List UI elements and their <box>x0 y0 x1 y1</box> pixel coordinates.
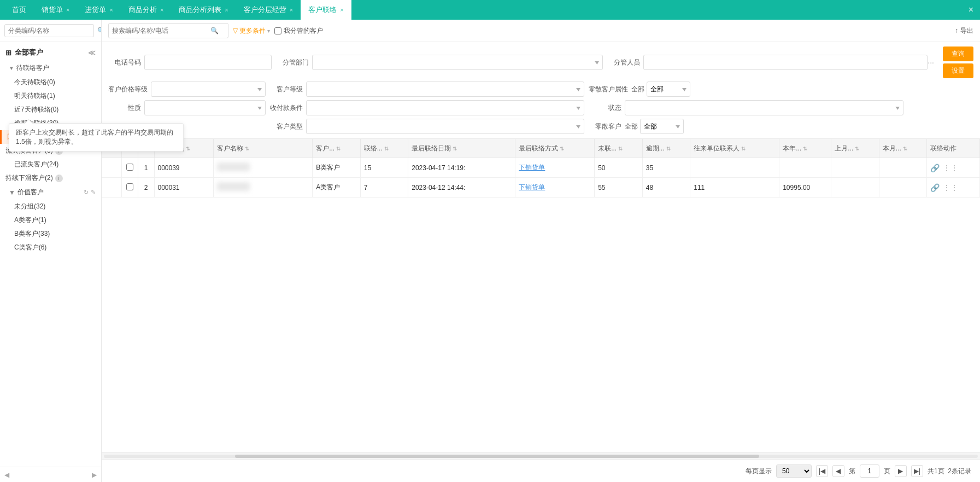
data-table: ⚙ # 客户编码 ⇅ <box>102 139 980 198</box>
content-area: 🔍 ▽ 更多条件 ▾ 我分管的客户 ↑ 导出 电话号码 <box>102 20 980 482</box>
settings-button[interactable]: 设置 <box>943 63 973 78</box>
sidebar-item-b-class[interactable]: B类客户(33) <box>0 227 101 241</box>
row2-way-link[interactable]: 下销货单 <box>519 183 545 191</box>
query-button[interactable]: 查询 <box>943 47 973 61</box>
more-conditions-button[interactable]: ▽ 更多条件 ▾ <box>233 26 270 36</box>
filter-gender-select[interactable] <box>144 100 266 115</box>
my-customer-checkbox[interactable]: 我分管的客户 <box>274 26 323 36</box>
row1-dots-icon[interactable]: ⋮⋮ <box>943 164 958 172</box>
grid-icon: ⊞ <box>5 49 11 57</box>
filter-customer-level-select[interactable] <box>306 82 585 97</box>
edit-icon[interactable]: ✎ <box>91 189 96 196</box>
last-page-button[interactable]: ▶| <box>911 465 923 477</box>
pending-group-label[interactable]: ▼ 待联络客户 <box>0 61 101 76</box>
sidebar-item-a-class[interactable]: A类客户(1) <box>0 213 101 227</box>
filter-retail-attr-select[interactable]: 全部 <box>647 82 690 97</box>
row2-link-icon[interactable]: 🔗 <box>930 183 940 192</box>
sidebar-item-today-pending[interactable]: 今天待联络(0) <box>0 76 101 89</box>
filter-customer-type-select[interactable] <box>306 119 585 134</box>
th-contact-count[interactable]: 联络... ⇅ <box>360 139 408 158</box>
nav-item-product-list[interactable]: 商品分析列表 × <box>171 0 236 20</box>
page-suffix: 页 <box>884 467 890 476</box>
th-name[interactable]: 客户名称 ⇅ <box>214 139 313 158</box>
per-page-select[interactable]: 50 20 100 <box>776 464 812 478</box>
contact-count-sort-icon: ⇅ <box>384 146 389 152</box>
close-customer-contact-icon[interactable]: × <box>340 7 343 13</box>
sidebar-item-tomorrow-pending[interactable]: 明天待联络(1) <box>0 89 101 103</box>
filter-retail-customer-select[interactable]: 全部 <box>640 119 684 134</box>
td-row2-settings <box>102 178 121 198</box>
search-input[interactable] <box>112 27 210 34</box>
close-customer-tier-icon[interactable]: × <box>290 7 293 13</box>
th-last-contact-way[interactable]: 最后联络方式 ⇅ <box>515 139 595 158</box>
sidebar-scroll-left-icon[interactable]: ◀ <box>4 471 9 479</box>
page-input[interactable] <box>860 464 879 478</box>
td-row2-last-date: 2023-04-12 14:44: <box>408 178 515 198</box>
nav-item-customer-contact[interactable]: 客户联络 × <box>301 0 351 20</box>
export-icon: ↑ <box>955 27 958 34</box>
nav-item-product-analysis[interactable]: 商品分析 × <box>121 0 171 20</box>
sidebar-item-lost[interactable]: 已流失客户(24) <box>0 158 101 171</box>
nav-item-sales[interactable]: 销货单 × <box>34 0 77 20</box>
all-customers-header[interactable]: ⊞ 全部客户 ≪ <box>0 44 101 61</box>
last-month-sort-icon: ⇅ <box>855 146 859 152</box>
sidebar-search-icon[interactable]: 🔍 <box>97 27 102 34</box>
nav-item-purchase[interactable]: 进货单 × <box>77 0 120 20</box>
th-this-month[interactable]: 本月... ⇅ <box>879 139 927 158</box>
sidebar-item-c-class[interactable]: C类客户(6) <box>0 241 101 254</box>
row1-checkbox[interactable] <box>126 164 133 171</box>
sidebar-search-input[interactable] <box>4 24 94 37</box>
filter-manager-input[interactable] <box>643 55 928 70</box>
th-action: 联络动作 <box>927 139 980 158</box>
filter-phone-input[interactable] <box>144 55 272 70</box>
th-unit-contact[interactable]: 往来单位联系人 ⇅ <box>690 139 779 158</box>
close-sales-icon[interactable]: × <box>66 7 69 13</box>
next-page-button[interactable]: ▶ <box>895 465 907 477</box>
this-year-sort-icon: ⇅ <box>803 146 807 152</box>
row1-way-link[interactable]: 下销货单 <box>519 164 545 171</box>
first-page-button[interactable]: |◀ <box>816 465 828 477</box>
refresh-icon[interactable]: ↻ <box>84 189 89 196</box>
th-this-year[interactable]: 本年... ⇅ <box>779 139 831 158</box>
filter-price-level-select[interactable] <box>151 82 266 97</box>
horizontal-scrollbar[interactable] <box>102 452 980 460</box>
filter-payment-select[interactable] <box>306 100 585 115</box>
td-row1-unit-contact <box>690 158 779 178</box>
th-last-contact-date[interactable]: 最后联络日期 ⇅ <box>408 139 515 158</box>
nav-item-home[interactable]: 首页 <box>4 0 34 20</box>
my-customer-check-input[interactable] <box>274 27 281 34</box>
th-overdue[interactable]: 逾期... ⇅ <box>642 139 690 158</box>
close-product-analysis-icon[interactable]: × <box>160 7 163 13</box>
sidebar-collapse-icon[interactable]: ≪ <box>88 49 96 57</box>
search-icon[interactable]: 🔍 <box>210 27 219 34</box>
close-product-list-icon[interactable]: × <box>225 7 228 13</box>
this-month-sort-icon: ⇅ <box>903 146 907 152</box>
filter-dept-select[interactable] <box>312 55 603 70</box>
nav-item-customer-tier[interactable]: 客户分层经营 × <box>236 0 301 20</box>
close-purchase-icon[interactable]: × <box>109 7 113 13</box>
sidebar-item-ungroup[interactable]: 未分组(32) <box>0 200 101 213</box>
th-customer-type[interactable]: 客户... ⇅ <box>313 139 361 158</box>
row1-name-blurred <box>217 162 250 171</box>
td-row2-last-month <box>831 178 879 198</box>
sidebar-scroll-right-icon[interactable]: ▶ <box>92 471 97 479</box>
scroll-thumb[interactable] <box>235 455 759 458</box>
filter-phone: 电话号码 <box>108 55 272 70</box>
row2-checkbox[interactable] <box>126 183 133 190</box>
filter-manager: 分管人员 ··· <box>607 55 934 70</box>
prev-page-button[interactable]: ◀ <box>832 465 844 477</box>
sidebar-item-7days-pending[interactable]: 近7天待联络(0) <box>0 103 101 117</box>
close-all-button[interactable]: × <box>969 5 973 15</box>
manager-more-icon[interactable]: ··· <box>928 58 934 67</box>
value-group-header[interactable]: ▼ 价值客户 ↻ ✎ <box>0 185 101 200</box>
table-row: 1 000039 B类客户 15 <box>102 158 980 178</box>
td-row1-last-date: 2023-04-17 14:19: <box>408 158 515 178</box>
filter-status-select[interactable] <box>625 100 903 115</box>
row2-dots-icon[interactable]: ⋮⋮ <box>943 183 958 192</box>
declining-info-icon[interactable]: i <box>55 175 63 182</box>
sidebar-item-declining[interactable]: 持续下滑客户(2) i <box>0 171 101 185</box>
row1-link-icon[interactable]: 🔗 <box>930 164 940 172</box>
export-button[interactable]: ↑ 导出 <box>955 26 973 36</box>
th-last-month[interactable]: 上月... ⇅ <box>831 139 879 158</box>
th-unlocked[interactable]: 未联... ⇅ <box>595 139 643 158</box>
